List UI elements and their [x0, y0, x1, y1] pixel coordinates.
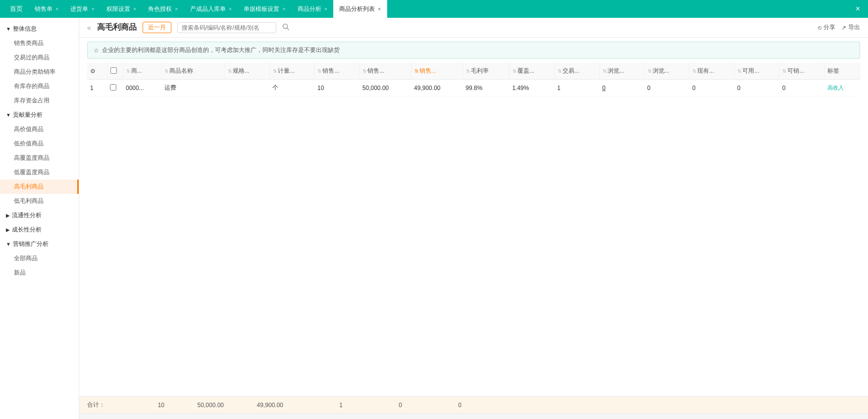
- row-checkbox[interactable]: [110, 84, 116, 91]
- arrow-growth-icon: ▶: [6, 227, 10, 233]
- nav-template-settings[interactable]: 单据模板设置 ×: [238, 0, 291, 18]
- sidebar-item-high-value[interactable]: 高价值商品: [0, 122, 79, 137]
- cell-spec: [224, 80, 269, 96]
- sidebar-item-sales-goods[interactable]: 销售类商品: [0, 36, 79, 50]
- col-sales-cost: ⇅销售...: [411, 63, 462, 80]
- nav-home[interactable]: 首页: [4, 0, 29, 18]
- cell-code: 0000...: [123, 80, 161, 96]
- arrow-marketing-icon: ▼: [6, 241, 11, 247]
- table-row: 1 0000... 运费 个 10 50,000.00 49,900.00 99…: [87, 80, 860, 96]
- table-footer: 合计： 10 50,000.00 49,900.00 1 0 0: [79, 396, 868, 413]
- footer-sales-amount: 50,000.00: [184, 402, 224, 409]
- settings-icon: ⚙: [90, 68, 96, 75]
- share-icon: ⎋: [818, 24, 821, 31]
- cell-unit: 个: [269, 80, 314, 96]
- sidebar-group-contribution[interactable]: ▼ 贡献量分析: [0, 108, 79, 122]
- sidebar-item-low-margin[interactable]: 低毛利商品: [0, 194, 79, 208]
- col-browse2: ⇅浏览...: [644, 63, 689, 80]
- col-settings[interactable]: ⚙: [87, 63, 107, 80]
- table-header-row: ⚙ ⇅商... ⇅商品名称 ⇅规格... ⇅计量... ⇅销售... ⇅销售..…: [87, 63, 860, 80]
- nav-close-sales[interactable]: ×: [55, 6, 58, 12]
- cell-gross-margin: 99.8%: [462, 80, 509, 96]
- nav-close-role[interactable]: ×: [175, 6, 178, 12]
- sidebar-item-category-assist[interactable]: 商品分类助销率: [0, 65, 79, 79]
- col-name: ⇅商品名称: [161, 63, 225, 80]
- cell-transaction: 1: [554, 80, 599, 96]
- col-sales-amount: ⇅销售...: [359, 63, 411, 80]
- cell-coverage: 1.49%: [509, 80, 554, 96]
- filter-recent-month-button[interactable]: 近一月: [143, 22, 171, 33]
- sidebar-group-liquidity[interactable]: ▶ 流通性分析: [0, 208, 79, 223]
- header-actions: ⎋ 分享 ↗ 导出: [818, 23, 860, 32]
- col-checkbox[interactable]: [107, 63, 123, 80]
- cell-browse1[interactable]: 0: [599, 80, 644, 96]
- footer-current-stock: 0: [362, 402, 402, 409]
- nav-sales-order[interactable]: 销售单 ×: [29, 0, 64, 18]
- cell-checkbox[interactable]: [107, 80, 123, 96]
- cell-available: 0: [734, 80, 779, 96]
- col-sales-count: ⇅销售...: [314, 63, 359, 80]
- col-coverage: ⇅覆盖...: [509, 63, 554, 80]
- sidebar-item-low-value[interactable]: 低价值商品: [0, 137, 79, 151]
- nav-permission-settings[interactable]: 权限设置 ×: [101, 0, 142, 18]
- col-current-stock: ⇅现有...: [689, 63, 734, 80]
- sidebar-group-growth[interactable]: ▶ 成长性分析: [0, 223, 79, 237]
- cell-current-stock: 0: [689, 80, 734, 96]
- nav-close-template[interactable]: ×: [282, 6, 285, 12]
- nav-role-auth[interactable]: 角色授权 ×: [142, 0, 184, 18]
- sidebar-item-high-coverage[interactable]: 高覆盖度商品: [0, 151, 79, 165]
- cell-name[interactable]: 运费: [161, 80, 225, 96]
- nav-close-analysis-list[interactable]: ×: [378, 6, 381, 12]
- cell-tag: 高收入: [824, 80, 860, 96]
- app-close-button[interactable]: ×: [852, 4, 864, 13]
- table-container: ⚙ ⇅商... ⇅商品名称 ⇅规格... ⇅计量... ⇅销售... ⇅销售..…: [79, 63, 868, 396]
- col-code: ⇅商...: [123, 63, 161, 80]
- nav-purchase-order[interactable]: 进货单 ×: [64, 0, 100, 18]
- col-spec: ⇅规格...: [224, 63, 269, 80]
- arrow-contribution-icon: ▼: [6, 112, 11, 118]
- nav-close-warehouse[interactable]: ×: [229, 6, 232, 12]
- search-input[interactable]: [177, 22, 276, 33]
- sidebar-item-high-margin[interactable]: 高毛利商品: [0, 180, 79, 194]
- sidebar-item-low-coverage[interactable]: 低覆盖度商品: [0, 165, 79, 180]
- nav-close-analysis[interactable]: ×: [324, 6, 327, 12]
- share-button[interactable]: ⎋ 分享: [818, 23, 835, 32]
- cell-sales-amount: 50,000.00: [359, 80, 411, 96]
- col-unit: ⇅计量...: [269, 63, 314, 80]
- footer-available: 0: [422, 402, 461, 409]
- cell-browse2: 0: [644, 80, 689, 96]
- nav-product-warehouse[interactable]: 产成品入库单 ×: [184, 0, 238, 18]
- footer-sales-count: 10: [125, 402, 164, 409]
- nav-product-analysis-list[interactable]: 商品分析列表 ×: [333, 0, 387, 18]
- arrow-liquidity-icon: ▶: [6, 213, 10, 218]
- main-layout: ▼ 整体信息 销售类商品 交易过的商品 商品分类助销率 有库存的商品 库存资金占…: [0, 18, 868, 419]
- nav-product-analysis[interactable]: 商品分析 ×: [292, 0, 333, 18]
- sidebar-item-all-goods[interactable]: 全部商品: [0, 251, 79, 266]
- search-button[interactable]: [282, 23, 289, 32]
- col-transaction: ⇅交易...: [554, 63, 599, 80]
- nav-close-permission[interactable]: ×: [133, 6, 136, 12]
- sidebar-collapse-icon[interactable]: «: [87, 24, 91, 32]
- select-all-checkbox[interactable]: [110, 67, 117, 74]
- table-body: 1 0000... 运费 个 10 50,000.00 49,900.00 99…: [87, 80, 860, 96]
- top-navigation: 首页 销售单 × 进货单 × 权限设置 × 角色授权 × 产成品入库单 × 单据…: [0, 0, 868, 18]
- sidebar-group-overall[interactable]: ▼ 整体信息: [0, 22, 79, 36]
- info-text: 企业的主要的利润都是这部分商品创造的，可考虑加大推广，同时关注库存是不要出现缺货: [102, 46, 340, 54]
- arrow-overall-icon: ▼: [6, 26, 11, 32]
- sidebar-item-traded-goods[interactable]: 交易过的商品: [0, 50, 79, 65]
- sidebar-group-marketing[interactable]: ▼ 营销推广分析: [0, 237, 79, 251]
- sidebar-item-stock-goods[interactable]: 有库存的商品: [0, 79, 79, 93]
- cell-sales-count: 10: [314, 80, 359, 96]
- export-icon: ↗: [841, 24, 846, 31]
- footer-transaction: 1: [303, 402, 343, 409]
- export-button[interactable]: ↗ 导出: [841, 23, 860, 32]
- sidebar-item-new-goods[interactable]: 新品: [0, 266, 79, 280]
- col-tag: 标签: [824, 63, 860, 80]
- content-header: « 高毛利商品 近一月 ⎋ 分享 ↗ 导出: [79, 18, 868, 38]
- footer-label: 合计：: [87, 401, 105, 409]
- nav-close-purchase[interactable]: ×: [91, 6, 94, 12]
- footer-sales-cost: 49,900.00: [244, 402, 283, 409]
- sidebar-item-stock-capital[interactable]: 库存资金占用: [0, 93, 79, 108]
- cell-sellable: 0: [779, 80, 824, 96]
- horizontal-scrollbar[interactable]: [79, 413, 868, 419]
